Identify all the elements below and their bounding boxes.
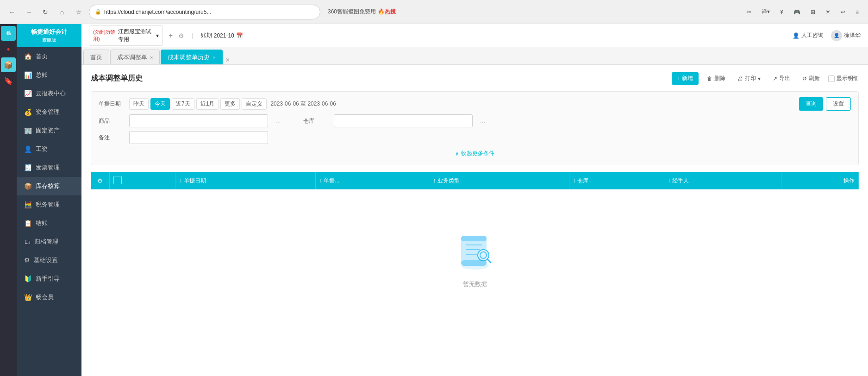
svg-line-9 bbox=[487, 259, 491, 263]
sidebar-item-inventory[interactable]: 📦 库存核算 bbox=[17, 177, 81, 195]
export-button[interactable]: ↗ 导出 bbox=[769, 73, 794, 84]
translate-tool[interactable]: 译▾ bbox=[758, 6, 774, 18]
goods-filter-input[interactable] bbox=[129, 114, 268, 127]
brightness-tool[interactable]: ☀ bbox=[822, 7, 834, 17]
back-button[interactable]: ← bbox=[6, 6, 19, 19]
warehouse-filter-input[interactable] bbox=[334, 114, 473, 127]
refresh-button[interactable]: ↻ bbox=[39, 6, 52, 19]
new-button[interactable]: + 新增 bbox=[672, 72, 699, 85]
sidebar-logo: 畅捷通好会计 旗舰版 bbox=[17, 24, 81, 47]
scissors-tool[interactable]: ✂ bbox=[743, 7, 755, 17]
tab-cost-adjust-close[interactable]: × bbox=[150, 55, 153, 60]
note-filter-input[interactable] bbox=[129, 131, 268, 144]
query-button[interactable]: 查询 bbox=[799, 97, 823, 111]
date-btn-custom[interactable]: 自定义 bbox=[242, 98, 267, 110]
col-checkbox-header[interactable] bbox=[110, 172, 175, 189]
grid-tool[interactable]: ⊞ bbox=[807, 7, 819, 17]
menu-tool[interactable]: ≡ bbox=[852, 7, 862, 17]
settings-icon: ⚙ bbox=[24, 257, 30, 264]
export-button-label: 导出 bbox=[779, 75, 790, 82]
date-btn-1month[interactable]: 近1月 bbox=[196, 98, 219, 110]
refresh-button-label: 刷新 bbox=[809, 75, 820, 82]
sidebar-item-invoice[interactable]: 🧾 发票管理 bbox=[17, 158, 81, 177]
browser-right-tools: ✂ 译▾ ¥ 🎮 ⊞ ☀ ↩ ≡ bbox=[743, 6, 862, 18]
date-btn-more[interactable]: 更多 bbox=[220, 98, 240, 110]
tab-home[interactable]: 首页 bbox=[83, 50, 109, 64]
membership-icon: 👑 bbox=[24, 294, 32, 301]
user-profile-button[interactable]: 👤 徐泽华 bbox=[831, 30, 861, 41]
undo-tool[interactable]: ↩ bbox=[837, 7, 849, 17]
settings-header-button[interactable]: ⚙ bbox=[178, 32, 184, 39]
sidebar-label-closing: 结账 bbox=[36, 219, 48, 227]
sidebar-item-payroll[interactable]: 👤 工资 bbox=[17, 140, 81, 158]
sidebar-item-guide[interactable]: 🔰 新手引导 bbox=[17, 269, 81, 288]
display-toggle: 显示明细 bbox=[828, 75, 859, 82]
game-tool[interactable]: 🎮 bbox=[790, 7, 804, 17]
date-btn-today[interactable]: 今天 bbox=[150, 98, 170, 110]
sidebar-icon-2[interactable]: 📦 bbox=[1, 57, 16, 72]
date-filter-buttons: 昨天 今天 近7天 近1月 更多 自定义 2023-06-06 至 2023-0… bbox=[129, 98, 336, 110]
wallet-tool[interactable]: ¥ bbox=[776, 7, 787, 17]
filter-row-goods: 商品 ... 仓库 ... bbox=[99, 114, 851, 127]
sidebar-item-ledger[interactable]: 📊 总账 bbox=[17, 66, 81, 84]
sidebar-label-archive: 归档管理 bbox=[34, 238, 58, 246]
company-selector[interactable]: (勿删勿禁用) 江西服宝测试专用 ▾ bbox=[89, 25, 163, 46]
home-button[interactable]: ⌂ bbox=[56, 6, 69, 19]
close-all-tabs-button[interactable]: × bbox=[225, 56, 230, 64]
display-toggle-checkbox[interactable] bbox=[828, 75, 835, 82]
filter-settings-button[interactable]: 设置 bbox=[826, 97, 851, 111]
add-company-button[interactable]: + bbox=[169, 31, 173, 40]
logo-main-text: 畅捷通好会计 bbox=[31, 28, 67, 36]
col-number-header[interactable]: ↕ 单据... bbox=[315, 172, 429, 189]
sidebar-label-settings: 基础设置 bbox=[34, 256, 58, 264]
address-bar[interactable]: 🔒 https://cloud.chanjet.com/accounting/u… bbox=[89, 5, 320, 19]
reports-icon: 📈 bbox=[24, 90, 32, 97]
warehouse-dots[interactable]: ... bbox=[480, 117, 486, 125]
home-icon: 🏠 bbox=[24, 53, 32, 60]
print-button[interactable]: 🖨 打印 ▾ bbox=[734, 73, 764, 84]
col-biztype-label: ↕ 业务类型 bbox=[433, 177, 459, 184]
sidebar-item-tax[interactable]: 🧮 税务管理 bbox=[17, 195, 81, 214]
sidebar-item-reports[interactable]: 📈 云报表中心 bbox=[17, 84, 81, 103]
select-all-checkbox[interactable] bbox=[113, 176, 122, 184]
tab-cost-history[interactable]: 成本调整单历史 × bbox=[161, 50, 222, 64]
browser-chrome: ← → ↻ ⌂ ☆ 🔒 https://cloud.chanjet.com/ac… bbox=[0, 0, 868, 24]
sidebar-icon-3[interactable]: 🔖 bbox=[1, 73, 16, 88]
tab-cost-adjust[interactable]: 成本调整单 × bbox=[110, 50, 160, 64]
date-btn-7days[interactable]: 近7天 bbox=[172, 98, 194, 110]
sidebar-icon-1[interactable]: ● bbox=[1, 42, 16, 56]
sidebar: 畅捷通好会计 旗舰版 🏠 首页 📊 总账 📈 云报表中心 💰 资金管理 🏢 固定… bbox=[17, 24, 81, 376]
content-area: 成本调整单历史 + 新增 🗑 删除 🖨 打印 ▾ ↗ bbox=[81, 65, 868, 376]
date-btn-yesterday[interactable]: 昨天 bbox=[129, 98, 149, 110]
sidebar-label-assets: 固定资产 bbox=[36, 126, 60, 135]
refresh-button[interactable]: ↺ 刷新 bbox=[799, 73, 824, 84]
sidebar-item-archive[interactable]: 🗂 归档管理 bbox=[17, 232, 81, 251]
user-avatar: 👤 bbox=[831, 30, 842, 41]
col-date-label: ↕ 单据日期 bbox=[179, 177, 206, 184]
assets-icon: 🏢 bbox=[24, 127, 32, 134]
empty-icon bbox=[452, 226, 498, 273]
sidebar-item-assets[interactable]: 🏢 固定资产 bbox=[17, 121, 81, 140]
col-warehouse-header[interactable]: ↕ 仓库 bbox=[569, 172, 664, 189]
sidebar-item-funds[interactable]: 💰 资金管理 bbox=[17, 103, 81, 121]
company-name: 江西服宝测试专用 bbox=[118, 28, 154, 44]
sidebar-label-ledger: 总账 bbox=[36, 71, 48, 79]
col-date-header[interactable]: ↕ 单据日期 bbox=[175, 172, 315, 189]
tab-cost-history-close[interactable]: × bbox=[212, 55, 215, 60]
goods-dots[interactable]: ... bbox=[275, 117, 281, 125]
sidebar-item-home[interactable]: 🏠 首页 bbox=[17, 47, 81, 66]
star-button[interactable]: ☆ bbox=[72, 6, 85, 19]
sidebar-item-membership[interactable]: 👑 畅会员 bbox=[17, 288, 81, 307]
sidebar-item-settings[interactable]: ⚙ 基础设置 bbox=[17, 251, 81, 269]
period-value: 2021-10 bbox=[214, 32, 234, 39]
sidebar-item-closing[interactable]: 📋 结账 bbox=[17, 214, 81, 232]
forward-button[interactable]: → bbox=[22, 6, 35, 19]
col-biztype-header[interactable]: ↕ 业务类型 bbox=[429, 172, 569, 189]
col-handler-header[interactable]: ↕ 经手人 bbox=[664, 172, 781, 189]
table-settings-button[interactable]: ⚙ bbox=[94, 175, 106, 186]
service-button[interactable]: 👤 人工咨询 bbox=[793, 31, 824, 39]
col-settings-header[interactable]: ⚙ bbox=[91, 172, 110, 189]
delete-button[interactable]: 🗑 删除 bbox=[703, 73, 729, 84]
collapse-button[interactable]: ∧ 收起更多条件 bbox=[450, 148, 500, 159]
new-button-label: + 新增 bbox=[677, 75, 693, 82]
